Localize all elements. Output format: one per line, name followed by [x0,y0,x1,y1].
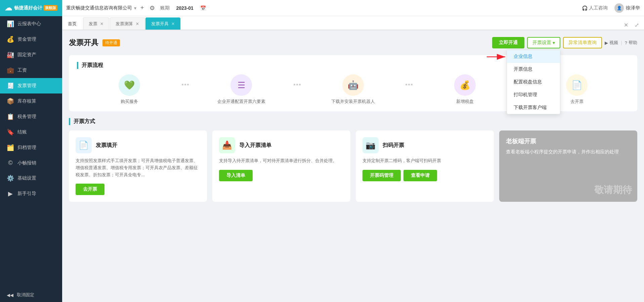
method-section: 开票方式 📄 发票填开 支持按照发票样式手工填开发票；可开具增值税电子普通发票、… [69,118,637,202]
sidebar-icon-kucun: 📦 [7,98,14,105]
service-button[interactable]: 🎧 人工咨询 [582,5,608,11]
sidebar-item-kucun[interactable]: 📦库存核算 [0,93,62,109]
sidebar-item-yunbao[interactable]: 📊云报表中心 [0,16,62,32]
video-button[interactable]: ▶ 视频 [605,40,618,46]
sidebar-item-xinshouyindao[interactable]: ▶新手引导 [0,186,62,201]
flow-step-label-4: 去开票 [570,99,584,105]
header-actions: 立即开通 开票设置 ▾ [492,37,637,48]
flow-step-icon-2: 🤖 [342,74,364,96]
sidebar-item-fapiao[interactable]: 🧾发票管理 [0,78,62,93]
abnormal-list-button[interactable]: 异常清单查询 [563,37,602,48]
tab-发票[interactable]: 发票✕ [83,17,109,30]
settings-dropdown-wrapper: 开票设置 ▾ [527,37,560,48]
tab-发票开具[interactable]: 发票开具✕ [145,17,180,30]
card-header-import: 📥 导入开票清单 [219,137,344,153]
flow-step-2: 🤖下载并安装开票机器人 [301,74,405,105]
close-window-button[interactable]: ✕ [621,20,631,30]
sidebar-item-zijin[interactable]: 💰资金管理 [0,32,62,47]
sidebar-item-shuiwu[interactable]: 📋税务管理 [0,109,62,124]
sidebar-cancel-label: 取消固定 [17,292,34,298]
flow-step-icon-1: ☰ [230,74,252,96]
logo-icon: ☁ [5,4,12,12]
company-dropdown-arrow: ▾ [134,5,136,11]
boss-card-overlay: 敬请期待 [594,184,632,196]
tab-close-button[interactable]: ✕ [100,22,103,26]
flow-step-icon-0: 💚 [119,74,140,96]
tab-close-button[interactable]: ✕ [171,22,175,26]
dropdown-item-printer[interactable]: 打印机管理 [507,88,560,101]
flow-connector-3 [405,84,413,96]
sidebar-item-cancel[interactable]: ◀◀ 取消固定 [0,288,62,302]
sidebar-icon-zijin: 💰 [7,36,14,43]
sidebar-icon-gongzi: 💼 [7,67,14,74]
sidebar-icon-gudingzichan: 🏭 [7,51,14,59]
settings-dropdown-menu: 企业信息开票信息配置税盘信息打印机管理下载开票客户端 [507,50,560,114]
sidebar-item-guidang[interactable]: 🗂️归档管理 [0,140,62,155]
flow-step-label-2: 下载并安装开票机器人 [331,99,375,105]
sidebar-label-xinshouyindao: 新手引导 [17,191,36,197]
invoice-settings-button[interactable]: 开票设置 ▾ [527,37,560,48]
top-bar-actions: + ⚙ 账期 2023-01 📅 [140,4,206,12]
calendar-icon[interactable]: 📅 [200,5,206,11]
card-header-scan: 📷 扫码开票 [362,137,487,153]
logo-text: 畅捷通好会计 [14,5,42,11]
tab-close-button[interactable]: ✕ [136,22,139,26]
card-btn-fill[interactable]: 去开票 [76,184,104,195]
user-info[interactable]: 👤 徐泽华 [614,3,640,13]
sidebar-icon-jiezhang: 🔖 [7,128,14,136]
company-selector[interactable]: 重庆畅捷交通信息咨询有限公司 ▾ [66,5,136,11]
card-actions-scan: 开票码管理查看申请 [362,170,487,181]
method-card-scan: 📷 扫码开票 支持定制开票二维码，客户端可扫码开票 开票码管理查看申请 [356,130,494,202]
dropdown-item-tax_disk[interactable]: 配置税盘信息 [507,76,560,88]
page-header: 发票开具 待开通 立即开通 开票设置 ▾ [69,37,637,48]
avatar: 👤 [614,3,624,13]
flow-step-icon-3: 💰 [454,74,476,96]
sidebar-bottom: ◀◀ 取消固定 [0,288,62,302]
card-btn2-scan[interactable]: 查看申请 [403,170,437,181]
card-btn-scan[interactable]: 开票码管理 [362,170,401,181]
tab-label: 发票开具 [151,21,169,27]
sidebar-item-gongzi[interactable]: 💼工资 [0,63,62,78]
sidebar-icon-jichushezhi: ⚙️ [7,175,14,182]
flow-step-1: ☰企业开通配置开票六要素 [189,74,294,105]
sidebar-label-gongzi: 工资 [17,67,27,73]
video-icon: ▶ [605,40,608,45]
sidebar-label-jiezhang: 结账 [17,129,27,135]
company-name: 重庆畅捷交通信息咨询有限公司 [66,5,132,11]
sidebar-item-jichushezhi[interactable]: ⚙️基础设置 [0,171,62,186]
settings-icon[interactable]: ⚙ [149,4,155,12]
sidebar-icon-shuiwu: 📋 [7,113,14,120]
dropdown-item-invoice_info[interactable]: 开票信息 [507,63,560,76]
dropdown-item-company_info[interactable]: 企业信息 [507,50,560,63]
boss-card-title: 老板端开票 [506,137,631,145]
card-desc-scan: 支持定制开票二维码，客户端可扫码开票 [362,157,487,164]
sidebar-item-xiaochang[interactable]: ©小畅报销 [0,155,62,171]
activate-button[interactable]: 立即开通 [492,37,524,48]
maximize-window-button[interactable]: ⤢ [632,20,641,30]
page-title: 发票开具 [69,38,98,48]
sidebar-item-jiezhang[interactable]: 🔖结账 [0,124,62,140]
tab-发票测算[interactable]: 发票测算✕ [110,17,145,30]
logo-badge: 旗舰版 [44,5,57,11]
sidebar-item-gudingzichan[interactable]: 🏭固定资产 [0,47,62,63]
help-icon: ? [625,40,627,45]
tab-bar: 首页发票✕发票测算✕发票开具✕ ✕ ⤢ [62,16,644,30]
card-header-fill: 📄 发票填开 [76,137,200,153]
card-btn-import[interactable]: 导入清单 [219,170,253,181]
add-tab-button[interactable]: + [140,4,144,11]
method-card-fill: 📄 发票填开 支持按照发票样式手工填开发票；可开具增值税电子普通发票、增值税普通… [69,130,207,202]
tab-首页[interactable]: 首页 [62,17,82,30]
cancel-icon: ◀◀ [7,293,13,298]
logo-area: ☁ 畅捷通好会计 旗舰版 [0,0,62,16]
sidebar-icon-fapiao: 🧾 [7,82,14,89]
flow-step-label-0: 购买服务 [121,99,138,105]
help-button[interactable]: ? 帮助 [625,40,637,46]
flow-step-0: 💚购买服务 [77,74,182,105]
dropdown-item-download_client[interactable]: 下载开票客户端 [507,101,560,114]
method-card-boss: 老板端开票 查看老板端小程序提交的开票申请，并作出相应的处理 敬请期待 [499,130,637,202]
method-cards: 📄 发票填开 支持按照发票样式手工填开发票；可开具增值税电子普通发票、增值税普通… [69,130,637,202]
flow-connector-2 [294,84,301,96]
divider: | [621,40,622,45]
sidebar-label-zijin: 资金管理 [17,36,36,42]
sidebar: 📊云报表中心💰资金管理🏭固定资产💼工资🧾发票管理📦库存核算📋税务管理🔖结账🗂️归… [0,16,62,302]
